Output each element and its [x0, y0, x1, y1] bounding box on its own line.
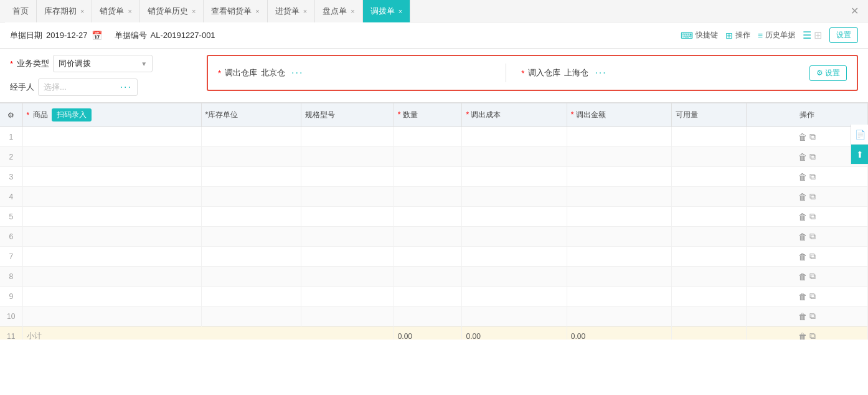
transfer-table: ⚙ * 商品 扫码录入 *库存单位 规格型号 * 数量: [0, 103, 868, 340]
cell-product[interactable]: [22, 307, 201, 326]
cell-cost[interactable]: [462, 207, 567, 227]
warehouse-settings-button[interactable]: ⚙ 设置: [809, 65, 847, 81]
copy-icon[interactable]: ⧉: [809, 311, 816, 321]
tab-sales-history[interactable]: 销货单历史 ×: [140, 0, 204, 22]
delete-icon[interactable]: 🗑: [798, 192, 807, 202]
calendar-icon[interactable]: 📅: [92, 31, 102, 40]
cell-qty[interactable]: [394, 267, 462, 287]
tab-stocktake[interactable]: 盘点单 ×: [315, 0, 362, 22]
tab-sales-order[interactable]: 销货单 ×: [92, 0, 139, 22]
tab-purchase-order[interactable]: 进货单 ×: [268, 0, 315, 22]
cell-cost[interactable]: [462, 187, 567, 207]
copy-icon[interactable]: ⧉: [809, 131, 816, 142]
cell-product[interactable]: [22, 167, 201, 187]
cell-cost[interactable]: [462, 127, 567, 147]
tab-home[interactable]: 首页: [5, 0, 37, 22]
cell-product[interactable]: [22, 227, 201, 247]
settings-button[interactable]: 设置: [829, 27, 858, 43]
cell-cost[interactable]: [462, 307, 567, 326]
tab-inventory-init[interactable]: 库存期初 ×: [37, 0, 92, 22]
cell-cost[interactable]: [462, 267, 567, 287]
layout-toggle-group: ☰ ⊞: [803, 29, 822, 41]
copy-icon[interactable]: ⧉: [809, 251, 816, 262]
delete-icon[interactable]: 🗑: [798, 272, 807, 282]
table-row: 3 🗑 ⧉: [0, 167, 868, 187]
subtotal-label: 小计: [22, 326, 394, 340]
delete-icon[interactable]: 🗑: [798, 132, 807, 142]
layout-grid-icon[interactable]: ⊞: [814, 29, 822, 41]
handler-select[interactable]: 选择... ···: [38, 79, 138, 96]
history-docs-button[interactable]: ≡ 历史单据: [758, 30, 795, 40]
copy-icon[interactable]: ⧉: [809, 191, 816, 202]
delete-icon[interactable]: 🗑: [798, 152, 807, 162]
sidebar-doc-icon[interactable]: 📄: [851, 125, 868, 145]
tab-inventory-init-close[interactable]: ×: [80, 7, 84, 15]
row-num: 4: [0, 187, 22, 207]
cell-qty[interactable]: [394, 167, 462, 187]
delete-icon[interactable]: 🗑: [798, 172, 807, 182]
cell-qty[interactable]: [394, 247, 462, 267]
cell-cost[interactable]: [462, 147, 567, 167]
cell-cost[interactable]: [462, 287, 567, 307]
cell-qty[interactable]: [394, 207, 462, 227]
copy-icon[interactable]: ⧉: [809, 291, 816, 302]
toolbar: 单据日期 2019-12-27 📅 单据编号 AL-20191227-001 ⌨…: [0, 22, 868, 49]
copy-icon[interactable]: ⧉: [809, 211, 816, 222]
cell-amount: [567, 127, 671, 147]
copy-icon[interactable]: ⧉: [809, 151, 816, 162]
delete-icon[interactable]: 🗑: [798, 292, 807, 302]
cell-qty[interactable]: [394, 287, 462, 307]
cell-product[interactable]: [22, 207, 201, 227]
transfer-out-dots-icon[interactable]: ···: [291, 67, 303, 79]
copy-icon[interactable]: ⧉: [809, 271, 816, 282]
cell-product[interactable]: [22, 127, 201, 147]
layout-list-icon[interactable]: ☰: [803, 29, 811, 41]
shortcuts-button[interactable]: ⌨ 快捷键: [681, 30, 718, 40]
cell-action: 🗑 ⧉: [746, 227, 867, 247]
cell-product[interactable]: [22, 147, 201, 167]
tab-sales-history-close[interactable]: ×: [192, 7, 196, 15]
cell-spec: [301, 287, 394, 307]
cell-qty[interactable]: [394, 147, 462, 167]
delete-icon[interactable]: 🗑: [798, 312, 807, 321]
handler-dots-icon[interactable]: ···: [120, 82, 132, 93]
cell-product[interactable]: [22, 187, 201, 207]
tab-purchase-order-close[interactable]: ×: [303, 7, 307, 15]
copy-icon[interactable]: ⧉: [809, 231, 816, 242]
scan-barcode-button[interactable]: 扫码录入: [52, 108, 92, 121]
cell-product[interactable]: [22, 267, 201, 287]
delete-icon[interactable]: 🗑: [798, 232, 807, 242]
copy-icon[interactable]: ⧉: [809, 171, 816, 182]
cell-product[interactable]: [22, 247, 201, 267]
tab-transfer-close[interactable]: ×: [399, 7, 402, 15]
transfer-in-dots-icon[interactable]: ···: [595, 67, 606, 79]
cell-qty[interactable]: [394, 307, 462, 326]
cell-qty[interactable]: [394, 187, 462, 207]
delete-icon[interactable]: 🗑: [798, 252, 807, 262]
tab-transfer[interactable]: 调拨单 ×: [363, 0, 410, 22]
subtotal-amount: 0.00: [567, 326, 671, 340]
biz-type-select[interactable]: 同价调拨 ▼: [53, 55, 153, 72]
cell-cost[interactable]: [462, 167, 567, 187]
tab-view-sales[interactable]: 查看销货单 ×: [204, 0, 267, 22]
biz-type-field: * 业务类型 同价调拨 ▼: [10, 55, 197, 72]
cell-qty[interactable]: [394, 227, 462, 247]
delete-icon[interactable]: 🗑: [798, 331, 807, 340]
tab-sales-order-close[interactable]: ×: [128, 7, 131, 15]
delete-icon[interactable]: 🗑: [798, 212, 807, 222]
sidebar-share-icon[interactable]: ⬆: [851, 145, 868, 164]
col-gear[interactable]: ⚙: [0, 103, 22, 127]
qty-required-star: *: [398, 110, 401, 119]
cell-product[interactable]: [22, 287, 201, 307]
copy-icon[interactable]: ⧉: [809, 331, 816, 340]
cell-cost[interactable]: [462, 227, 567, 247]
cell-qty[interactable]: [394, 127, 462, 147]
table-gear-icon[interactable]: ⚙: [7, 111, 14, 120]
window-close-button[interactable]: ✕: [846, 2, 863, 20]
tab-view-sales-close[interactable]: ×: [255, 7, 259, 15]
col-qty: * 数量: [394, 103, 462, 127]
tab-stocktake-close[interactable]: ×: [351, 7, 354, 15]
cell-cost[interactable]: [462, 247, 567, 267]
subtotal-cost: 0.00: [462, 326, 567, 340]
operations-button[interactable]: ⊞ 操作: [725, 30, 750, 40]
